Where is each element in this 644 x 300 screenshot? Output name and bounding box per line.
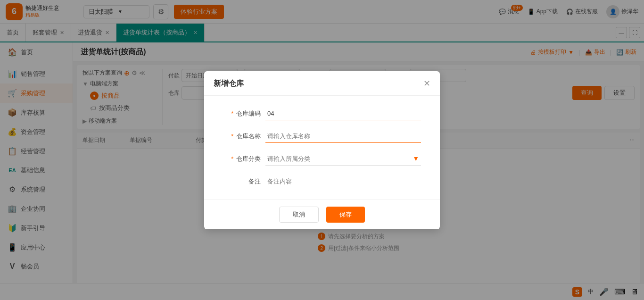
modal-close-button[interactable]: ✕: [423, 79, 430, 88]
warehouse-name-input[interactable]: [265, 130, 421, 143]
modal-header: 新增仓库 ✕: [204, 71, 440, 96]
code-label: * 仓库编码: [223, 109, 261, 118]
category-input[interactable]: [265, 152, 421, 165]
form-row-name: * 仓库名称: [223, 130, 421, 143]
modal-footer: 取消 保存: [204, 200, 440, 229]
modal-overlay[interactable]: 新增仓库 ✕ * 仓库编码 * 仓库名称: [0, 0, 644, 300]
remark-input[interactable]: [265, 175, 421, 188]
modal-new-warehouse: 新增仓库 ✕ * 仓库编码 * 仓库名称: [204, 71, 440, 229]
required-star-category: *: [231, 155, 233, 162]
required-star-code: *: [231, 110, 233, 117]
cancel-button[interactable]: 取消: [279, 207, 319, 223]
form-row-remark: 备注: [223, 175, 421, 188]
remark-label: 备注: [223, 177, 261, 186]
category-dropdown-icon[interactable]: ▼: [413, 155, 419, 162]
modal-body: * 仓库编码 * 仓库名称 * 仓库分类: [204, 96, 440, 200]
form-row-code: * 仓库编码: [223, 107, 421, 120]
category-select-row: ▼: [265, 152, 421, 166]
required-star-name: *: [231, 133, 233, 140]
save-button[interactable]: 保存: [326, 207, 365, 223]
modal-title: 新增仓库: [214, 79, 244, 89]
warehouse-code-input[interactable]: [265, 107, 421, 120]
form-row-category: * 仓库分类 ▼: [223, 152, 421, 166]
category-label: * 仓库分类: [223, 155, 261, 163]
name-label: * 仓库名称: [223, 132, 261, 141]
